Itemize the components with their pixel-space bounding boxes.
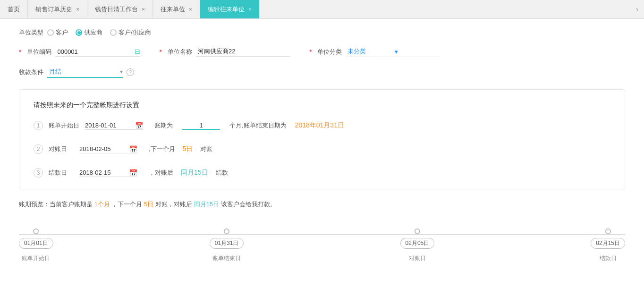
reconcile-date-input-wrap: 📅 [79,145,137,153]
preview-mid: 对账，对账后 [155,201,192,208]
node-badge-4: 02月15日 [591,238,625,249]
payment-desc-pre: ，对账后 [149,169,173,177]
unit-code-required: * [19,48,21,56]
calendar-icon-3[interactable]: 📅 [129,169,137,177]
copy-icon[interactable]: ⊟ [135,48,140,55]
preview-text: 账期预览：当前客户账期是 1个月 ，下一个月 5日 对账，对账后 同月15日 该… [19,199,625,210]
tab-home[interactable]: 首页 [0,0,28,18]
payment-date-input[interactable] [79,169,127,176]
unit-code-group: * 单位编码 ⊟ [19,47,140,57]
payment-chevron-icon: ▾ [120,68,123,75]
node-badge-3: 02月05日 [400,238,435,249]
unit-code-label: 单位编码 [27,48,51,56]
unit-category-select[interactable]: 未分类 ▾ [346,46,440,57]
timeline-nodes: 01月01日 账单开始日 01月31日 账单结束日 02月05日 对账日 [19,228,625,262]
tab-sales-history-label: 销售订单历史 [35,5,72,14]
reconcile-desc-pre: ,下一个月 [149,145,175,153]
reconcile-day-highlight: 5日 [183,145,193,153]
radio-supplier-circle [76,29,82,36]
unit-code-input[interactable] [55,47,135,56]
reconcile-date-input[interactable] [79,145,127,152]
unit-category-label: 单位分类 [317,48,342,56]
period-desc-pre: 账期为 [154,121,173,130]
tab-partner-close[interactable]: × [189,6,192,13]
node-dot-2 [224,228,229,234]
tab-bar: 首页 销售订单历史 × 钱货日清工作台 × 往来单位 × 编辑往来单位 × › [0,0,644,19]
payment-select[interactable]: 月结 ▾ [47,67,123,78]
timeline-node-4: 02月15日 结款日 [591,228,625,262]
unit-type-label: 单位类型 [19,28,43,37]
node-label-1: 账单开始日 [22,254,50,262]
unit-category-value: 未分类 [346,46,393,57]
preview-prefix: 账期预览：当前客户账期是 [19,201,93,208]
preview-comma1: ，下一个月 [111,201,142,208]
preview-part2: 5日 [144,201,153,208]
tab-edit-partner-close[interactable]: × [248,6,252,13]
preview-section: 账期预览：当前客户账期是 1个月 ，下一个月 5日 对账，对账后 同月15日 该… [19,199,625,277]
preview-suffix: 该客户会给我打款。 [221,201,276,208]
help-icon[interactable]: ? [127,68,134,76]
radio-both-label: 客户/供应商 [119,28,151,37]
tab-cash-work-close[interactable]: × [142,6,145,13]
timeline-node-1: 01月01日 账单开始日 [19,228,53,262]
row-num-3: 3 [34,168,43,177]
unit-code-input-wrap: ⊟ [55,47,140,57]
unit-name-label: 单位名称 [168,48,192,56]
tab-expand-btn[interactable]: › [630,5,644,14]
node-dot-4 [605,228,611,234]
node-badge-2: 01月31日 [210,238,244,249]
tab-partner[interactable]: 往来单位 × [153,0,200,18]
row-label-1: 账单开始日 [49,121,79,130]
radio-customer[interactable]: 客户 [47,28,68,37]
radio-customer-label: 客户 [56,28,68,37]
tab-home-label: 首页 [8,5,20,14]
calendar-icon-2[interactable]: 📅 [129,145,137,153]
payment-day-highlight: 同月15日 [181,169,208,177]
tab-sales-history[interactable]: 销售订单历史 × [28,0,87,18]
tab-partner-label: 往来单位 [161,5,185,14]
radio-both[interactable]: 客户/供应商 [110,28,151,37]
radio-supplier-label: 供应商 [84,28,102,37]
tab-edit-partner-label: 编辑往来单位 [208,5,245,14]
row-num-2: 2 [34,144,43,154]
node-badge-1: 01月01日 [19,238,53,249]
preview-part1: 1个月 [94,201,110,208]
unit-type-radio-group: 客户 供应商 客户/供应商 [47,28,151,37]
tab-cash-work[interactable]: 钱货日清工作台 × [87,0,153,18]
radio-customer-circle [47,29,54,36]
radio-both-circle [110,29,117,36]
end-date-highlight: 2018年01月31日 [295,121,344,130]
code-name-category-row: * 单位编码 ⊟ * 单位名称 * 单位分类 未分类 ▾ [19,46,625,57]
node-dot-3 [415,228,420,234]
tab-edit-partner[interactable]: 编辑往来单位 × [200,0,260,18]
settings-row-2: 2 对账日 📅 ,下一个月 5日 对账 [34,144,610,154]
calendar-icon-1[interactable]: 📅 [135,122,143,129]
unit-category-group: * 单位分类 未分类 ▾ [309,46,440,57]
payment-row: 收款条件 月结 ▾ ? [19,67,625,78]
unit-name-group: * 单位名称 [159,47,290,57]
timeline-node-3: 02月05日 对账日 [400,228,435,262]
tab-cash-work-label: 钱货日清工作台 [95,5,138,14]
preview-part3: 同月15日 [194,201,219,208]
unit-name-input[interactable] [196,47,290,57]
start-date-input-wrap: 📅 [85,122,143,130]
unit-name-required: * [159,48,161,56]
timeline-node-2: 01月31日 账单结束日 [210,228,244,262]
node-label-2: 账单结束日 [212,254,241,262]
period-desc-mid: 个月,账单结束日期为 [229,121,287,130]
radio-supplier[interactable]: 供应商 [76,28,102,37]
period-input[interactable] [182,122,220,130]
payment-date-input-wrap: 📅 [79,169,137,177]
row-label-2: 对账日 [49,145,67,153]
tab-sales-history-close[interactable]: × [76,6,79,13]
row-label-3: 结款日 [49,169,67,177]
node-label-4: 结款日 [600,254,617,262]
node-dot-1 [33,228,39,234]
reconcile-desc-post: 对账 [200,145,212,153]
node-label-3: 对账日 [409,254,426,262]
row-num-1: 1 [34,121,43,130]
start-date-input[interactable] [85,122,132,129]
settings-row-3: 3 结款日 📅 ，对账后 同月15日 结款 [34,168,610,177]
main-content: 单位类型 客户 供应商 客户/供应商 * 单位编码 ⊟ [0,19,644,287]
unit-type-row: 单位类型 客户 供应商 客户/供应商 [19,28,625,37]
